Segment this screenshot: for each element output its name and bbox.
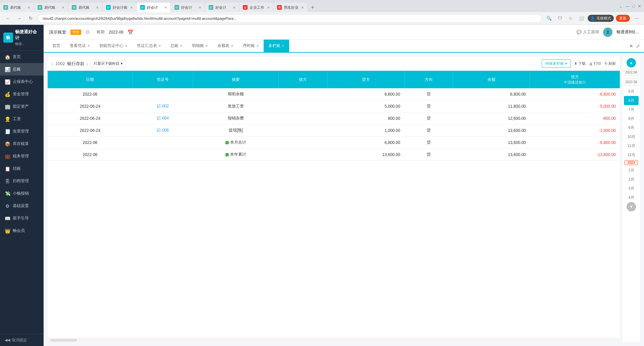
- timeline-month-5[interactable]: 5月: [624, 87, 639, 96]
- nav-tab-sequence-close[interactable]: ✕: [256, 44, 259, 48]
- tab-5[interactable]: 好 好会计 ✕: [137, 3, 170, 12]
- timeline-month-2023-2[interactable]: 2月: [624, 175, 639, 184]
- account-prev-button[interactable]: ‹: [52, 61, 53, 66]
- timeline-month-8[interactable]: 8月: [624, 114, 639, 123]
- tab-close-5[interactable]: ✕: [164, 6, 167, 9]
- timeline-month-2023-1[interactable]: 1月: [624, 166, 639, 175]
- tab-close-3[interactable]: ✕: [96, 6, 99, 9]
- nav-tab-voucher-summary-close[interactable]: ✕: [158, 44, 161, 48]
- reload-button[interactable]: ↻: [26, 14, 35, 23]
- star-icon[interactable]: ☆: [566, 14, 575, 23]
- minimize-button[interactable]: —: [625, 4, 630, 9]
- voucher-link[interactable]: 记-004: [157, 116, 169, 120]
- sidebar-item-inventory[interactable]: 📦 库存核算: [0, 138, 44, 150]
- tab-close-4[interactable]: ✕: [130, 6, 133, 9]
- sidebar-item-invoice[interactable]: 🧾 发票管理: [0, 125, 44, 138]
- sidebar-item-home[interactable]: 🏠 首页: [0, 51, 44, 63]
- sidebar-item-payroll[interactable]: 👷 工资: [0, 113, 44, 125]
- nav-tab-balance[interactable]: 余额表 ✕: [213, 40, 238, 53]
- timeline-month-11[interactable]: 11月: [624, 141, 639, 150]
- tab-6[interactable]: 好 好会计 ✕: [171, 3, 205, 12]
- tab-7[interactable]: 好 好会计 ✕: [205, 3, 239, 12]
- filter-select[interactable]: 只显示下级科目 ▾: [91, 60, 126, 67]
- voucher-link[interactable]: 记-006: [157, 128, 169, 133]
- shield-icon[interactable]: 🛡: [555, 14, 564, 23]
- timeline-scroll-up[interactable]: ▲: [627, 58, 636, 67]
- update-button[interactable]: 更新: [616, 15, 630, 22]
- nav-tab-voucher-summary[interactable]: 凭证汇总表 ✕: [132, 40, 166, 53]
- sidebar-item-settings[interactable]: ⚙ 基础设置: [0, 200, 44, 212]
- sidebar-item-fixed-assets[interactable]: 🏢 固定资产: [0, 100, 44, 113]
- sidebar-item-report[interactable]: 📈 云报表中心: [0, 76, 44, 88]
- close-button[interactable]: ✕: [638, 4, 641, 9]
- cell-voucher[interactable]: 记-006: [132, 125, 193, 137]
- nav-tab-detail-ledger[interactable]: 明细账 ✕: [187, 40, 213, 53]
- timeline-month-2023-4[interactable]: 4月: [624, 193, 639, 202]
- ai-consult-button[interactable]: 💬 人工咨询: [577, 29, 599, 35]
- tab-2[interactable]: 易 易代账 ✕: [34, 3, 68, 12]
- print-button[interactable]: 🖨 打印: [589, 61, 601, 66]
- nav-tab-sequence[interactable]: 序时账 ✕: [238, 40, 264, 53]
- sidebar-item-vip[interactable]: 👑 畅会员: [0, 225, 44, 237]
- nav-tab-general-ledger-close[interactable]: ✕: [180, 44, 182, 48]
- nav-tab-multi-column[interactable]: 多栏账 ✕: [264, 40, 289, 53]
- sidebar-item-ledger[interactable]: 📊 总账: [0, 63, 44, 76]
- tab-close-6[interactable]: ✕: [199, 6, 201, 9]
- sidebar-toggle-icon[interactable]: ⬜: [577, 14, 586, 23]
- back-button[interactable]: ←: [3, 14, 12, 23]
- tab-close-8[interactable]: ✕: [267, 6, 270, 9]
- tab-list-button[interactable]: ⌄: [619, 4, 623, 9]
- refresh-button[interactable]: ↻ 刷新: [604, 61, 616, 66]
- horizontal-scrollbar[interactable]: [48, 338, 620, 342]
- nav-tab-balance-close[interactable]: ✕: [231, 44, 233, 48]
- sidebar-item-expense[interactable]: 💸 小畅报销: [0, 187, 44, 200]
- expand-panel-icon[interactable]: ⤢: [636, 43, 640, 49]
- tab-close-7[interactable]: ✕: [233, 6, 235, 9]
- sidebar-item-guide[interactable]: 📖 新手引导: [0, 212, 44, 225]
- nav-tab-detail-ledger-close[interactable]: ✕: [205, 44, 208, 48]
- tab-close-9[interactable]: ✕: [301, 6, 304, 9]
- calendar-icon[interactable]: 📅: [127, 30, 133, 35]
- special-column-button[interactable]: 特殊多栏账 ▾: [542, 59, 571, 68]
- nav-tab-home[interactable]: 首页: [48, 40, 65, 53]
- collapse-panel-icon[interactable]: ✕: [629, 43, 633, 49]
- tab-close-1[interactable]: ✕: [28, 6, 30, 9]
- nav-tab-smart-voucher-close[interactable]: ✕: [125, 44, 127, 48]
- timeline-month-6[interactable]: 6月: [624, 96, 639, 105]
- timeline-month-9[interactable]: 9月: [624, 123, 639, 132]
- cell-voucher[interactable]: 记-002: [132, 100, 193, 112]
- sidebar-item-close-accounts[interactable]: 📋 结账: [0, 162, 44, 175]
- menu-icon[interactable]: ⋯: [632, 14, 641, 23]
- settings-gear-icon[interactable]: ⚙: [85, 29, 90, 35]
- tab-8[interactable]: 企 企业工作 ✕: [239, 3, 273, 12]
- nav-tab-smart-voucher[interactable]: 智能凭证中心 ✕: [95, 40, 132, 53]
- sidebar-item-fund[interactable]: 💰 资金管理: [0, 88, 44, 100]
- voucher-link[interactable]: 记-002: [157, 104, 169, 108]
- nav-tab-voucher-close[interactable]: ✕: [87, 44, 90, 48]
- scroll-thumb[interactable]: [50, 339, 77, 342]
- tab-add-button[interactable]: +: [308, 3, 317, 12]
- tab-1[interactable]: 易 易代账 ✕: [0, 3, 34, 12]
- sidebar-item-archive[interactable]: 🗄 归档管理: [0, 175, 44, 187]
- sidebar-item-tax[interactable]: 💼 税务管理: [0, 150, 44, 162]
- maximize-button[interactable]: □: [632, 4, 635, 9]
- user-avatar[interactable]: 👤: [603, 28, 612, 37]
- cell-voucher[interactable]: 记-004: [132, 112, 193, 125]
- nav-tab-multi-column-close[interactable]: ✕: [282, 44, 284, 48]
- tab-9[interactable]: 用 用友好业 ✕: [274, 3, 307, 12]
- download-button[interactable]: ⬇ 下载: [574, 61, 586, 66]
- tab-4[interactable]: 好 好会计账 ✕: [103, 3, 136, 12]
- address-input[interactable]: [38, 14, 542, 23]
- nav-tab-general-ledger[interactable]: 总账 ✕: [166, 40, 187, 53]
- timeline-month-10[interactable]: 10月: [624, 132, 639, 141]
- search-icon[interactable]: 🔍: [545, 14, 553, 23]
- timeline-month-2023-3[interactable]: 3月: [624, 184, 639, 193]
- forward-button[interactable]: →: [15, 14, 23, 23]
- no-trace-button[interactable]: 👤 无痕模式: [588, 15, 614, 22]
- tab-3[interactable]: 易 易代账 ✕: [68, 3, 102, 12]
- timeline-scroll-down[interactable]: ▼: [627, 202, 636, 211]
- timeline-month-12[interactable]: 12月: [624, 150, 639, 159]
- timeline-month-7[interactable]: 7月: [624, 105, 639, 114]
- sidebar-pin-toggle[interactable]: ◀◀ 取消固定: [0, 334, 44, 346]
- nav-tab-voucher[interactable]: 查看凭证 ✕: [65, 40, 95, 53]
